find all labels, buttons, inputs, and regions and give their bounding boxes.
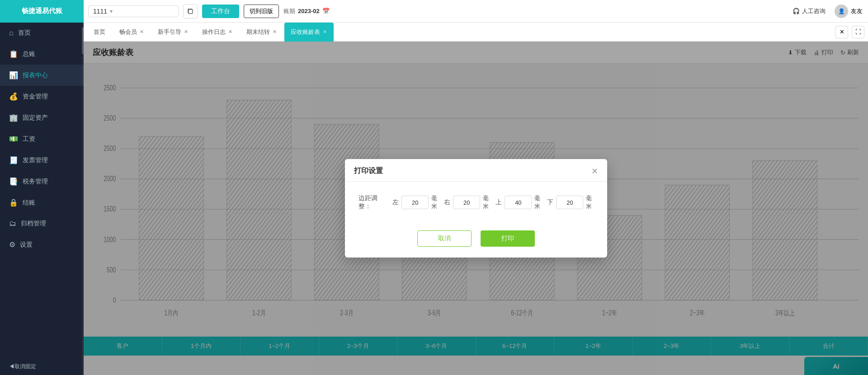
logo-text: 畅捷通易代账	[22, 7, 62, 15]
top-margin-input[interactable]	[505, 196, 532, 209]
right-margin-group: 右 毫米	[444, 194, 490, 211]
top-direction-label: 上	[495, 198, 502, 206]
page-content: 应收账龄表 ⬇ 下载 🖨 打印 ↻ 刷新	[84, 42, 868, 375]
left-direction-label: 左	[392, 198, 399, 206]
tab-close-period_end[interactable]: ✕	[273, 29, 277, 35]
sidebar-item-label: 首页	[18, 29, 31, 37]
tab-label-home: 首页	[94, 28, 105, 36]
invoice-icon: 🧾	[9, 156, 18, 164]
sidebar-item-close[interactable]: 🔒结账	[0, 192, 84, 213]
content-area: 首页畅会员✕新手引导✕操作日志✕期末结转✕应收账龄表✕ ✕ ⛶ 应收账龄表 ⬇ …	[84, 23, 868, 375]
tab-member[interactable]: 畅会员✕	[113, 23, 151, 42]
tax-icon: 📑	[9, 177, 18, 186]
modal-header: 打印设置 ✕	[345, 159, 607, 182]
copy-icon	[187, 8, 194, 15]
tab-close-member[interactable]: ✕	[140, 29, 144, 35]
maximize-tab-button[interactable]: ⛶	[852, 26, 864, 38]
sidebar-item-salary[interactable]: 💵工资	[0, 128, 84, 150]
tab-guide[interactable]: 新手引导✕	[151, 23, 195, 42]
sidebar-item-reports[interactable]: 📊报表中心	[0, 65, 84, 86]
modal-footer: 取消 打印	[345, 223, 607, 258]
company-selector[interactable]: 1111 ▾	[88, 5, 179, 17]
sidebar-item-home[interactable]: ⌂首页	[0, 23, 84, 43]
ledger-icon: 📋	[9, 50, 18, 58]
top-margin-group: 上 毫米	[495, 194, 542, 211]
tab-close-oplog[interactable]: ✕	[228, 29, 232, 35]
modal-close-button[interactable]: ✕	[591, 167, 598, 175]
left-margin-input[interactable]	[401, 196, 429, 209]
calendar-icon[interactable]: 📅	[322, 8, 330, 14]
sidebar-item-label: 资金管理	[23, 93, 48, 101]
top-margin-unit: 毫米	[534, 194, 542, 211]
modal-body: 边距调整： 左 毫米 右 毫米	[345, 182, 607, 223]
switch-version-button[interactable]: 切到旧版	[244, 5, 279, 18]
sidebar-item-funds[interactable]: 💰资金管理	[0, 86, 84, 107]
settings-icon: ⚙	[9, 240, 15, 249]
salary-icon: 💵	[9, 135, 18, 143]
close-icon: 🔒	[9, 198, 18, 207]
top-header: 畅捷通易代账 1111 ▾ 工作台 切到旧版 账期 2023-02 📅 🎧 人工…	[0, 0, 868, 23]
sidebar-collapse-button[interactable]: ◀取消固定	[0, 358, 84, 375]
modal-title: 打印设置	[354, 166, 383, 176]
bottom-margin-unit: 毫米	[586, 194, 593, 211]
tab-label-ar_aging: 应收账龄表	[291, 28, 320, 36]
sidebar-item-ledger[interactable]: 📋总账	[0, 43, 84, 65]
consult-label: 人工咨询	[802, 7, 826, 15]
sidebar-item-label: 发票管理	[23, 156, 48, 164]
right-margin-input[interactable]	[453, 196, 480, 209]
margin-row: 边距调整： 左 毫米 右 毫米	[359, 194, 594, 211]
chevron-down-icon: ▾	[110, 8, 113, 14]
user-area[interactable]: 👤 友友	[835, 5, 863, 18]
sidebar-item-archive[interactable]: 🗂归档管理	[0, 213, 84, 234]
funds-icon: 💰	[9, 92, 18, 101]
workbench-button[interactable]: 工作台	[202, 5, 239, 18]
header-right: 🎧 人工咨询 👤 友友	[793, 5, 863, 18]
sidebar-item-invoice[interactable]: 🧾发票管理	[0, 150, 84, 171]
sidebar-item-assets[interactable]: 🏢固定资产	[0, 107, 84, 128]
tab-ar_aging[interactable]: 应收账龄表✕	[284, 23, 334, 42]
assets-icon: 🏢	[9, 113, 18, 122]
sidebar-item-settings[interactable]: ⚙设置	[0, 234, 84, 255]
headset-icon: 🎧	[793, 8, 800, 14]
tab-label-oplog: 操作日志	[202, 28, 226, 36]
margin-label: 边距调整：	[359, 194, 387, 211]
bottom-margin-group: 下 毫米	[547, 194, 593, 211]
tab-oplog[interactable]: 操作日志✕	[196, 23, 239, 42]
tab-period_end[interactable]: 期末结转✕	[240, 23, 283, 42]
bottom-direction-label: 下	[547, 198, 553, 206]
sidebar-item-tax[interactable]: 📑税务管理	[0, 171, 84, 192]
period-area: 账期 2023-02 📅	[283, 7, 330, 15]
bottom-margin-input[interactable]	[556, 196, 583, 209]
main-layout: ⌂首页📋总账📊报表中心💰资金管理🏢固定资产💵工资🧾发票管理📑税务管理🔒结账🗂归档…	[0, 23, 868, 375]
tab-close-guide[interactable]: ✕	[184, 29, 188, 35]
sidebar-item-label: 工资	[23, 135, 35, 143]
cancel-button[interactable]: 取消	[417, 230, 472, 247]
consult-area[interactable]: 🎧 人工咨询	[793, 7, 826, 15]
right-margin-unit: 毫米	[483, 194, 490, 211]
sidebar-item-label: 结账	[23, 199, 35, 207]
print-confirm-button[interactable]: 打印	[481, 230, 535, 247]
period-value: 2023-02	[298, 8, 320, 14]
modal-overlay: 打印设置 ✕ 边距调整： 左 毫米 右	[84, 42, 868, 375]
close-tab-button[interactable]: ✕	[835, 26, 848, 38]
left-margin-unit: 毫米	[431, 194, 439, 211]
sidebar-item-label: 固定资产	[23, 114, 48, 122]
sidebar-item-label: 总账	[23, 50, 35, 58]
right-direction-label: 右	[444, 198, 450, 206]
period-label: 账期	[283, 7, 295, 15]
svg-rect-0	[189, 9, 193, 14]
home-icon: ⌂	[9, 29, 14, 37]
user-name: 友友	[851, 7, 863, 15]
copy-button[interactable]	[183, 4, 198, 19]
sidebar-item-label: 报表中心	[23, 71, 48, 80]
tab-label-member: 畅会员	[119, 28, 137, 36]
archive-icon: 🗂	[9, 220, 16, 228]
tab-home[interactable]: 首页	[87, 23, 112, 42]
logo: 畅捷通易代账	[0, 0, 84, 23]
tab-close-ar_aging[interactable]: ✕	[323, 29, 327, 35]
reports-icon: 📊	[9, 71, 18, 80]
sidebar-item-label: 税务管理	[23, 178, 48, 186]
left-margin-group: 左 毫米	[392, 194, 439, 211]
print-settings-modal: 打印设置 ✕ 边距调整： 左 毫米 右	[345, 159, 607, 258]
sidebar: ⌂首页📋总账📊报表中心💰资金管理🏢固定资产💵工资🧾发票管理📑税务管理🔒结账🗂归档…	[0, 23, 84, 375]
